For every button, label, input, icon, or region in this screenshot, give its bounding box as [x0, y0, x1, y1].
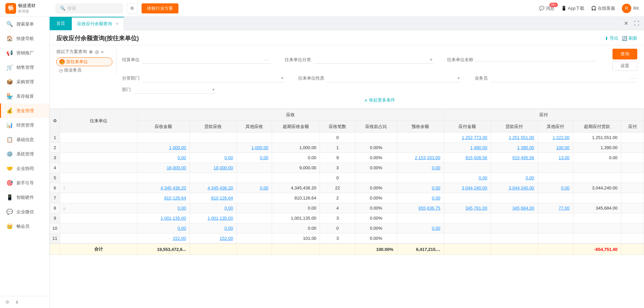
cell-r-other[interactable]	[236, 233, 272, 244]
salesman-input[interactable]: ···	[490, 74, 637, 82]
sidebar-item-inventory[interactable]: 🏪 库存核算	[0, 89, 49, 103]
sidebar-item-search-menu[interactable]: 🔍 搜索菜单	[0, 17, 49, 31]
cell-p-amount[interactable]	[444, 223, 491, 233]
cell-r-other[interactable]	[236, 223, 272, 233]
sidebar-item-sales[interactable]: 🛒 销售管理	[0, 60, 49, 75]
cell-r-prepay[interactable]: 0.00	[397, 193, 444, 203]
cell-p-loan[interactable]	[491, 223, 538, 233]
sidebar-collapse-icon[interactable]: ⏸	[15, 300, 19, 305]
cell-r-amount[interactable]: 0.00	[138, 223, 190, 233]
collapse-filter-button[interactable]: ∧ 收起更多条件	[122, 95, 637, 105]
cell-r-amount[interactable]: 0.00	[138, 203, 190, 213]
cell-r-loan[interactable]	[190, 133, 236, 143]
cell-r-loan[interactable]: 152.00	[190, 233, 236, 244]
cell-p-amount[interactable]: 1,490.00	[444, 143, 491, 153]
tab-home[interactable]: 首页	[50, 17, 72, 30]
cell-p-other[interactable]: 13.00	[538, 153, 573, 163]
cell-r-loan[interactable]: 4,345,436.20	[190, 183, 236, 193]
tab-close-window-icon[interactable]: ✕	[621, 19, 631, 28]
cell-r-loan[interactable]: 0.00	[190, 223, 236, 233]
cell-p-amount[interactable]: 915,508.56	[444, 153, 491, 163]
cell-r-amount[interactable]	[138, 133, 190, 143]
cell-p-amount[interactable]: 3,044,240.00	[444, 183, 491, 193]
cell-r-loan[interactable]	[190, 173, 236, 183]
cell-p-loan[interactable]: 0.00	[491, 173, 538, 183]
cell-p-other[interactable]: 100.00	[538, 143, 573, 153]
user-info[interactable]: R Rit	[622, 4, 639, 13]
cell-r-amount[interactable]: 1,000.00	[138, 143, 190, 153]
settlement-unit-input[interactable]: ···	[142, 56, 271, 64]
counterparty-type-select[interactable]: ▾	[314, 56, 434, 64]
cell-r-other[interactable]	[236, 203, 272, 213]
settings-button[interactable]: 设置	[612, 61, 637, 71]
cell-p-amount[interactable]	[444, 163, 491, 173]
sidebar-item-newbie[interactable]: 🎯 新手引导	[0, 176, 49, 190]
cell-r-amount[interactable]: 152.00	[138, 233, 190, 244]
cell-r-amount[interactable]	[138, 173, 190, 183]
sidebar-item-corp-coop[interactable]: 🤝 企业协同	[0, 161, 49, 176]
cell-p-loan[interactable]: 915,495.56	[491, 153, 538, 163]
sidebar-item-marketing[interactable]: 📢 营销推广	[0, 46, 49, 60]
cell-r-other[interactable]: 1,000.00	[236, 143, 272, 153]
app-download-button[interactable]: 📱 App下载	[561, 5, 584, 11]
cell-r-loan[interactable]: 810,126.64	[190, 193, 236, 203]
sidebar-settings-icon[interactable]: ⚙	[5, 300, 9, 305]
cell-r-prepay[interactable]: 2,153,333.00	[397, 153, 444, 163]
cell-p-amount[interactable]: 345,761.00	[444, 203, 491, 213]
sidebar-item-operations[interactable]: 📊 经营管理	[0, 118, 49, 132]
counterparty-name-input[interactable]	[476, 58, 596, 61]
cell-r-other[interactable]: 0.00	[236, 153, 272, 163]
cell-p-other[interactable]: 1,222.00	[538, 133, 573, 143]
cell-p-other[interactable]	[538, 173, 573, 183]
department-select[interactable]: ▾	[133, 86, 216, 94]
cell-r-loan[interactable]: 1,001,135.00	[190, 213, 236, 223]
refresh-button[interactable]: 🔄 刷新	[622, 35, 637, 41]
cell-p-loan[interactable]: 1,390.00	[491, 143, 538, 153]
cell-r-loan[interactable]: 0.00	[190, 203, 236, 213]
add-scheme-icon[interactable]: ⊕	[89, 49, 93, 54]
cell-p-other[interactable]	[538, 223, 573, 233]
cell-p-other[interactable]	[538, 213, 573, 223]
sidebar-item-smart-hw[interactable]: 📱 智能硬件	[0, 190, 49, 205]
cell-r-prepay[interactable]: 0.00	[397, 223, 444, 233]
cell-p-loan[interactable]: 1,251,551.00	[491, 133, 538, 143]
cell-p-amount[interactable]	[444, 233, 491, 244]
sidebar-item-capital[interactable]: 💰 资金管理	[0, 103, 49, 118]
cell-p-other[interactable]: 0.00	[538, 183, 573, 193]
tab-maximize-icon[interactable]: ⛶	[632, 19, 641, 28]
cell-r-prepay[interactable]	[397, 233, 444, 244]
cell-r-amount[interactable]: 810,126.64	[138, 193, 190, 203]
scheme-by-counterparty[interactable]: 💰 按往来单位	[56, 57, 112, 66]
more-scheme-icon[interactable]: «	[101, 49, 104, 54]
cell-r-prepay[interactable]	[397, 173, 444, 183]
cell-p-loan[interactable]	[491, 213, 538, 223]
cell-r-other[interactable]: 0.00	[236, 183, 272, 193]
cell-r-prepay[interactable]: 0.00	[397, 163, 444, 173]
cell-p-other[interactable]	[538, 233, 573, 244]
sidebar-item-purchase[interactable]: 📦 采购管理	[0, 75, 49, 89]
cell-p-amount[interactable]: 1,252,773.00	[444, 133, 491, 143]
cell-p-loan[interactable]: 3,044,240.00	[491, 183, 538, 193]
settings-icon[interactable]: ⚙	[127, 3, 138, 14]
query-button[interactable]: 查询	[612, 49, 637, 59]
setting-scheme-icon[interactable]: ◎	[95, 49, 99, 54]
cell-r-other[interactable]	[236, 173, 272, 183]
promo-button[interactable]: 体验行业方案	[142, 3, 178, 13]
cell-r-other[interactable]	[236, 163, 272, 173]
export-button[interactable]: ⬆ 导出	[605, 35, 619, 41]
online-service-button[interactable]: 🎧 在线客服	[591, 5, 615, 11]
cell-p-other[interactable]: 77.00	[538, 203, 573, 213]
cell-r-other[interactable]	[236, 193, 272, 203]
header-search-bar[interactable]: 🔍 搜索	[56, 4, 123, 13]
cell-p-amount[interactable]	[444, 213, 491, 223]
cell-r-other[interactable]	[236, 213, 272, 223]
cell-p-other[interactable]	[538, 163, 573, 173]
cell-r-amount[interactable]: 4,345,436.20	[138, 183, 190, 193]
cell-p-loan[interactable]	[491, 233, 538, 244]
cell-p-loan[interactable]: 345,684.00	[491, 203, 538, 213]
tab-active[interactable]: 应收应付余额查询 ×	[72, 17, 124, 30]
cell-p-amount[interactable]	[444, 193, 491, 203]
cell-p-other[interactable]	[538, 193, 573, 203]
cell-r-prepay[interactable]: 0.00	[397, 183, 444, 193]
dept-select[interactable]: ▾	[142, 74, 285, 82]
